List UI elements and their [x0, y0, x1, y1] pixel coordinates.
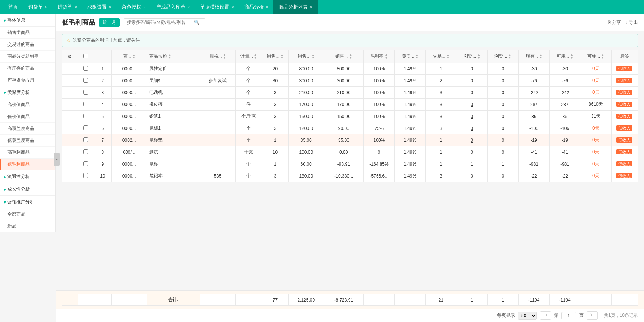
close-icon[interactable]: ×: [143, 5, 145, 9]
sidebar-item-low-margin[interactable]: 低毛利商品: [0, 159, 55, 170]
col-sale-profit-header[interactable]: 销售...▲▼: [324, 50, 363, 63]
row-checkbox[interactable]: [78, 111, 94, 122]
col-name-header[interactable]: 商品名称▲▼: [147, 50, 200, 63]
col-coverage-header[interactable]: 覆盖...▲▼: [395, 50, 426, 63]
row-sale-qty: 10: [262, 146, 288, 158]
nav-item-template-settings[interactable]: 单据模板设置 ×: [195, 0, 239, 14]
col-unit-header[interactable]: 计量...▲▼: [236, 50, 262, 63]
row-view1[interactable]: 0: [456, 170, 487, 182]
col-gross-rate-header[interactable]: 毛利率▲▼: [363, 50, 394, 63]
sidebar-group-overall[interactable]: ▾ 整体信息: [0, 14, 55, 27]
row-view1[interactable]: 0: [456, 134, 487, 146]
next-page-button[interactable]: 〉: [587, 311, 598, 320]
row-checkbox[interactable]: [78, 122, 94, 134]
close-icon[interactable]: ×: [231, 5, 234, 9]
col-sale-qty-header[interactable]: 销售...▲▼: [262, 50, 288, 63]
sidebar-item-high-margin[interactable]: 高毛利商品: [0, 147, 55, 159]
close-icon[interactable]: ×: [310, 5, 312, 9]
export-button[interactable]: ↓ 导出: [625, 19, 638, 26]
nav-item-product-entry[interactable]: 产成品入库单 ×: [151, 0, 195, 14]
nav-item-role-auth[interactable]: 角色授权 ×: [116, 0, 151, 14]
col-view2-header[interactable]: 浏览...▲▼: [487, 50, 518, 63]
close-icon[interactable]: ×: [266, 5, 268, 9]
sidebar-group-marketing[interactable]: ▾ 营销推广分析: [0, 196, 55, 208]
page-number-input[interactable]: [561, 312, 576, 319]
row-name[interactable]: 属性定价: [147, 63, 200, 75]
col-settings[interactable]: ⚙: [62, 50, 78, 63]
nav-item-home[interactable]: 首页: [3, 0, 23, 14]
row-sale-qty: 1: [262, 134, 288, 146]
sidebar-group-cluster[interactable]: ▾ 类聚度分析: [0, 86, 55, 99]
nav-item-product-analysis[interactable]: 商品分析 ×: [239, 0, 273, 14]
col-avail-stock-header[interactable]: 可用...▲▼: [550, 50, 580, 63]
row-checkbox[interactable]: [78, 63, 94, 75]
page-size-select[interactable]: 50 100 200: [518, 312, 537, 320]
row-view1[interactable]: 0: [456, 111, 487, 122]
row-view1[interactable]: 0: [456, 75, 487, 87]
prev-page-button[interactable]: 〈: [540, 311, 551, 320]
row-name[interactable]: 电话机: [147, 87, 200, 99]
row-view1[interactable]: 0: [456, 87, 487, 99]
sidebar-item-low-value[interactable]: 低价值商品: [0, 111, 55, 123]
nav-item-analysis-list[interactable]: 商品分析列表 ×: [273, 0, 317, 14]
col-spec-header[interactable]: 规格...▲▼: [200, 50, 235, 63]
nav-item-purchase[interactable]: 进货单 ×: [52, 0, 82, 14]
row-index: 5: [94, 111, 112, 122]
col-sellable-header[interactable]: 可销...▲▼: [580, 50, 611, 63]
row-name[interactable]: 笔记本: [147, 170, 200, 182]
row-checkbox[interactable]: [78, 75, 94, 87]
row-checkbox[interactable]: [78, 87, 94, 99]
sidebar-item-high-value[interactable]: 高价值商品: [0, 99, 55, 111]
row-name[interactable]: 鼠标1: [147, 122, 200, 134]
row-checkbox[interactable]: [78, 146, 94, 158]
col-tag-header[interactable]: 标签: [611, 50, 638, 63]
select-all-checkbox[interactable]: [83, 54, 88, 58]
row-view1[interactable]: 0: [456, 99, 487, 111]
row-name[interactable]: 铅笔1: [147, 111, 200, 122]
sidebar-item-capital-usage[interactable]: 库存资金占用: [0, 74, 55, 86]
search-icon[interactable]: 🔍: [194, 20, 199, 25]
col-sale-amt-header[interactable]: 销售...▲▼: [288, 50, 324, 63]
sidebar-group-growth[interactable]: ▸ 成长性分析: [0, 183, 55, 196]
row-checkbox[interactable]: [78, 99, 94, 111]
row-name[interactable]: 鼠标: [147, 158, 200, 170]
col-curr-stock-header[interactable]: 现有...▲▼: [518, 50, 549, 63]
close-icon[interactable]: ×: [109, 5, 111, 9]
row-view1[interactable]: 0: [456, 122, 487, 134]
row-name[interactable]: 鼠标垫: [147, 134, 200, 146]
sidebar-item-category-sales[interactable]: 商品分类助销率: [0, 51, 55, 63]
row-view1[interactable]: 1: [456, 158, 487, 170]
row-view1[interactable]: 0: [456, 63, 487, 75]
close-icon[interactable]: ×: [188, 5, 190, 9]
row-checkbox[interactable]: [78, 170, 94, 182]
row-checkbox[interactable]: [78, 158, 94, 170]
col-code-header[interactable]: 商...▲▼: [112, 50, 147, 63]
row-checkbox[interactable]: [78, 134, 94, 146]
sidebar-item-sales-products[interactable]: 销售类商品: [0, 27, 55, 39]
sidebar-item-high-coverage[interactable]: 高覆盖度商品: [0, 123, 55, 135]
row-name[interactable]: 橡皮擦: [147, 99, 200, 111]
col-select-all[interactable]: [78, 50, 94, 63]
close-icon[interactable]: ×: [45, 5, 47, 9]
nav-item-permissions[interactable]: 权限设置 ×: [82, 0, 116, 14]
row-spec: 参加复试: [200, 75, 235, 87]
sidebar-item-all-products[interactable]: 全部商品: [0, 208, 55, 220]
sidebar-group-circulation[interactable]: ▸ 流通性分析: [0, 170, 55, 183]
row-view1[interactable]: 0: [456, 146, 487, 158]
col-trade-header[interactable]: 交易...▲▼: [426, 50, 456, 63]
row-coverage: 1.49%: [395, 134, 426, 146]
nav-item-sales[interactable]: 销货单 ×: [23, 0, 52, 14]
col-view1-header[interactable]: 浏览...▲▼: [456, 50, 487, 63]
sidebar-item-in-stock[interactable]: 有库存的商品: [0, 63, 55, 74]
sidebar-item-low-coverage[interactable]: 低覆盖度商品: [0, 135, 55, 147]
search-input[interactable]: [127, 20, 194, 25]
share-button[interactable]: ⎘ 分享: [608, 19, 621, 26]
sidebar-item-traded-products[interactable]: 交易过的商品: [0, 39, 55, 51]
row-name[interactable]: 测试: [147, 146, 200, 158]
sidebar-item-new-products[interactable]: 新品: [0, 220, 55, 232]
row-tag: 低收入: [611, 75, 638, 87]
sidebar-collapse-button[interactable]: «: [54, 153, 60, 166]
date-filter-button[interactable]: 近一月: [99, 18, 120, 27]
row-name[interactable]: 吴细细1: [147, 75, 200, 87]
close-icon[interactable]: ×: [74, 5, 77, 9]
